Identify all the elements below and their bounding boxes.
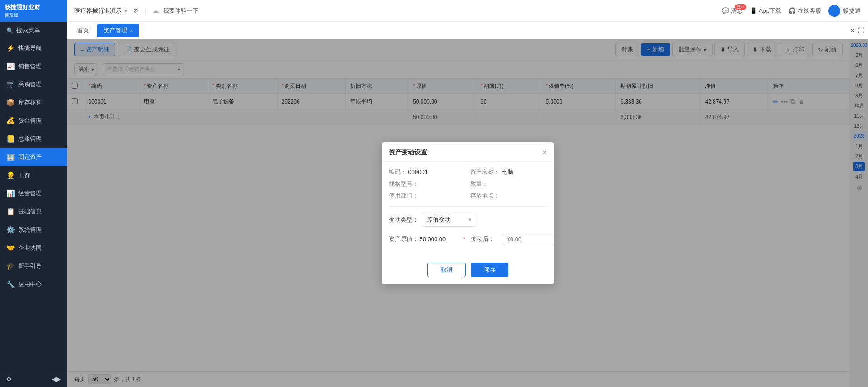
finance-icon: 💰 (6, 117, 15, 125)
basic-info-icon: 📋 (6, 208, 15, 216)
tab-close-icon[interactable]: × (130, 28, 133, 33)
tab-home-label: 首页 (77, 26, 89, 35)
company-name: 医疗器械行业演示 (74, 7, 122, 15)
dialog-code-label: 编码： (389, 168, 407, 176)
sidebar-item-ledger[interactable]: 📒 总账管理 (0, 130, 67, 148)
dialog-close-btn[interactable]: × (542, 149, 546, 157)
change-type-row: 变动类型： 原值变动 ▾ (389, 213, 547, 227)
original-value-display: 50,000.00 (420, 236, 456, 243)
dialog-dept-label: 使用部门： (389, 192, 418, 200)
sales-label: 销售管理 (18, 62, 42, 70)
dialog-title: 资产变动设置 (389, 149, 427, 157)
search-icon: 🔍 (6, 27, 14, 34)
change-type-label: 变动类型： (389, 216, 418, 224)
after-label: 变动后： (471, 235, 498, 243)
dialog-dept-item: 使用部门： (389, 192, 466, 200)
save-button[interactable]: 保存 (471, 263, 508, 277)
dialog-qty-label: 数量： (470, 180, 488, 188)
payroll-icon: 👷 (6, 171, 15, 179)
original-value-label: 资产原值： (389, 235, 416, 243)
sidebar-item-quicknav[interactable]: ⚡ 快捷导航 (0, 39, 67, 57)
topbar-right: 💬 消息 99+ 📱 App下载 🎧 在线客服 👤 畅捷通 (722, 5, 861, 17)
settings-btn[interactable]: ⚙ (133, 7, 139, 14)
asset-change-dialog: 资产变动设置 × 编码： 000001 资产名称： 电脑 (382, 142, 554, 284)
app-sub: 普及版 (5, 12, 40, 19)
tab-home[interactable]: 首页 (71, 24, 95, 37)
operations-label: 经营管理 (18, 189, 42, 198)
dialog-location-item: 存放地点： (470, 192, 547, 200)
tab-asset-mgmt[interactable]: 资产管理 × (97, 24, 139, 37)
search-menu-item[interactable]: 🔍 搜索菜单 (0, 22, 67, 39)
avatar: 👤 (828, 5, 840, 17)
window-expand-btn[interactable]: ⛶ (858, 27, 864, 34)
payroll-label: 工资 (18, 171, 30, 179)
sidebar-item-basic-info[interactable]: 📋 基础信息 (0, 203, 67, 221)
settings-icon[interactable]: ⚙ (6, 376, 12, 382)
app-download-icon: 📱 (750, 7, 757, 14)
dialog-footer: 取消 保存 (382, 258, 554, 284)
messages-badge: 99+ (735, 4, 746, 10)
tabs-bar: 首页 资产管理 × ✕ ⛶ (67, 22, 868, 39)
content-area: ≡ 资产明细 📄 变更生成凭证 对账 + 新增 批量操作 ▾ (67, 39, 868, 387)
purchase-label: 采购管理 (18, 80, 42, 89)
dropdown-arrow[interactable]: ▾ (124, 7, 128, 14)
original-value-row: 资产原值： 50,000.00 * 变动后： (389, 233, 547, 245)
sidebar: 畅捷通好业财 普及版 🔍 搜索菜单 ⚡ 快捷导航 📈 销售管理 🛒 采购管理 📦… (0, 0, 67, 387)
fixed-assets-label: 固定资产 (18, 153, 42, 161)
fixed-assets-icon: 🏢 (6, 153, 15, 161)
sidebar-item-finance[interactable]: 💰 资金管理 (0, 112, 67, 130)
modal-overlay: 资产变动设置 × 编码： 000001 资产名称： 电脑 (67, 39, 868, 387)
dialog-spec-item: 规格型号： (389, 180, 466, 188)
online-service-btn[interactable]: 🎧 在线客服 (789, 7, 821, 15)
messages-btn[interactable]: 💬 消息 99+ (722, 7, 743, 15)
main-area: 医疗器械行业演示 ▾ ⚙ | ☁ 我要体验一下 💬 消息 99+ 📱 App下载… (67, 0, 868, 387)
topbar: 医疗器械行业演示 ▾ ⚙ | ☁ 我要体验一下 💬 消息 99+ 📱 App下载… (67, 0, 868, 22)
sidebar-item-inventory[interactable]: 📦 库存核算 (0, 94, 67, 112)
dialog-name-item: 资产名称： 电脑 (470, 168, 547, 176)
dialog-name-value: 电脑 (501, 168, 513, 176)
sales-icon: 📈 (6, 62, 15, 70)
user-name: 畅捷通 (843, 7, 861, 15)
window-close-btn[interactable]: ✕ (850, 27, 855, 34)
sidebar-item-system[interactable]: ⚙️ 系统管理 (0, 221, 67, 239)
dialog-spec-label: 规格型号： (389, 180, 418, 188)
sidebar-item-fixed-assets[interactable]: 🏢 固定资产 (0, 148, 67, 166)
required-star: * (463, 236, 466, 243)
sidebar-item-appstore[interactable]: 🔧 应用中心 (0, 275, 67, 293)
change-type-select[interactable]: 原值变动 ▾ (422, 213, 476, 227)
sidebar-item-operations[interactable]: 📊 经营管理 (0, 184, 67, 203)
dialog-location-label: 存放地点： (470, 192, 500, 200)
experience-btn[interactable]: 我要体验一下 (163, 7, 198, 15)
appstore-icon: 🔧 (6, 280, 15, 288)
tab-asset-mgmt-label: 资产管理 (104, 26, 127, 35)
app-download-btn[interactable]: 📱 App下载 (750, 7, 781, 15)
sidebar-bottom: ⚙ ◀▶ (0, 371, 67, 387)
enterprise-icon: 🤝 (6, 244, 15, 252)
change-type-value: 原值变动 (427, 216, 451, 224)
cancel-button[interactable]: 取消 (427, 263, 466, 277)
collapse-icon[interactable]: ◀▶ (52, 376, 61, 382)
dialog-header: 资产变动设置 × (382, 142, 554, 162)
guide-icon: 🎓 (6, 262, 15, 270)
experience-icon: ☁ (153, 7, 159, 14)
service-icon: 🎧 (789, 7, 796, 14)
sidebar-item-purchase[interactable]: 🛒 采购管理 (0, 75, 67, 94)
ledger-icon: 📒 (6, 135, 15, 143)
dialog-info-grid: 编码： 000001 资产名称： 电脑 规格型号： 数量： (389, 168, 547, 207)
enterprise-label: 企业协同 (18, 244, 42, 252)
sidebar-item-payroll[interactable]: 👷 工资 (0, 166, 67, 184)
sidebar-item-guide[interactable]: 🎓 新手引导 (0, 257, 67, 275)
user-area[interactable]: 👤 畅捷通 (828, 5, 861, 17)
ledger-label: 总账管理 (18, 135, 42, 143)
sidebar-item-enterprise[interactable]: 🤝 企业协同 (0, 239, 67, 257)
dialog-body: 编码： 000001 资产名称： 电脑 规格型号： 数量： (382, 162, 554, 258)
operations-icon: 📊 (6, 189, 15, 198)
dialog-name-label: 资产名称： (470, 168, 500, 176)
inventory-label: 库存核算 (18, 99, 42, 107)
cancel-label: 取消 (441, 266, 452, 273)
app-name: 畅捷通好业财 (5, 3, 40, 11)
dialog-code-value: 000001 (408, 169, 428, 175)
messages-icon: 💬 (722, 7, 729, 14)
after-value-input[interactable] (502, 233, 554, 245)
sidebar-item-sales[interactable]: 📈 销售管理 (0, 57, 67, 75)
